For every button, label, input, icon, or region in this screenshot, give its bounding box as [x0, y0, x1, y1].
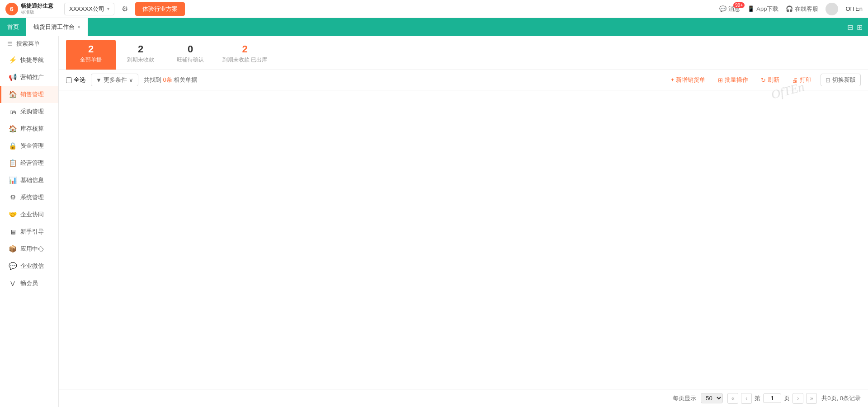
- sidebar-item-sales[interactable]: 🏠 销售管理: [0, 86, 58, 103]
- table-area: [59, 90, 868, 389]
- message-icon: 💬: [719, 5, 726, 12]
- add-sales-order-button[interactable]: + 新增销货单: [667, 74, 709, 86]
- found-text: 共找到 0条 相关单据: [144, 76, 197, 84]
- last-page-button[interactable]: »: [806, 393, 817, 404]
- message-button[interactable]: 💬 消息 99+: [719, 5, 740, 13]
- company-selector[interactable]: XXXXXX公司 ▾: [64, 3, 114, 15]
- cooperation-icon: 🤝: [9, 211, 17, 219]
- tab-work-bench[interactable]: 钱货日清工作台 ×: [26, 18, 88, 36]
- switch-version-button[interactable]: ⊡ 切换新版: [821, 74, 861, 86]
- inventory-icon: 🏠: [9, 125, 17, 133]
- stat-overdue-shipped-number: 2: [222, 43, 267, 55]
- sales-icon: 🏠: [9, 90, 17, 98]
- prev-page-button[interactable]: ‹: [741, 393, 752, 404]
- filter-label: 更多条件: [104, 76, 127, 84]
- tab-home[interactable]: 首页: [0, 18, 26, 36]
- guide-icon: 🖥: [9, 228, 17, 236]
- sidebar-item-label: 库存核算: [20, 125, 44, 133]
- first-page-button[interactable]: «: [727, 393, 738, 404]
- switch-label: 切换新版: [832, 76, 856, 84]
- batch-icon: ⊞: [718, 77, 723, 84]
- stat-all-number: 2: [73, 43, 108, 55]
- stat-overdue-shipped-label: 到期未收款 已出库: [222, 56, 267, 64]
- stat-pending-number: 0: [173, 43, 208, 55]
- online-service-button[interactable]: 🎧 在线客服: [786, 5, 818, 13]
- sidebar-item-label: 新手引导: [20, 228, 44, 236]
- sidebar-item-label: 畅会员: [20, 279, 38, 287]
- stat-overdue-label: 到期未收款: [123, 56, 158, 64]
- stat-tab-pending[interactable]: 0 旺辅待确认: [165, 40, 215, 70]
- refresh-button[interactable]: ↻ 刷新: [757, 74, 783, 86]
- search-icon: ☰: [7, 41, 13, 47]
- close-tab-icon[interactable]: ×: [77, 24, 80, 30]
- user-name: OfTEn: [845, 5, 863, 12]
- stat-tab-all[interactable]: 2 全部单据: [66, 40, 116, 70]
- sidebar-item-app-center[interactable]: 📦 应用中心: [0, 240, 58, 257]
- main-layout: ☰ 搜索菜单 ⚡ 快捷导航 📢 营销推广 🏠 销售管理 🛍 采购管理 🏠 库存核…: [0, 36, 868, 407]
- refresh-icon: ↻: [761, 77, 766, 84]
- app-download-button[interactable]: 📱 App下载: [747, 5, 778, 13]
- select-all-checkbox-area[interactable]: 全选: [66, 76, 85, 84]
- home-tab-label: 首页: [7, 23, 19, 31]
- sidebar-item-marketing[interactable]: 📢 营销推广: [0, 69, 58, 86]
- marketing-icon: 📢: [9, 73, 17, 81]
- found-count: 0条: [163, 76, 172, 83]
- sidebar-item-guide[interactable]: 🖥 新手引导: [0, 223, 58, 240]
- switch-icon: ⊡: [826, 77, 830, 84]
- page-size-select[interactable]: 50: [701, 393, 723, 403]
- member-icon: V: [9, 280, 17, 287]
- page-suffix: 页: [784, 394, 790, 402]
- sidebar-item-finance[interactable]: 🔒 资金管理: [0, 137, 58, 154]
- sidebar-item-cooperation[interactable]: 🤝 企业协同: [0, 206, 58, 223]
- page-label: 第: [755, 394, 760, 402]
- content-area: 2 全部单据 2 到期未收款 0 旺辅待确认 2 到期未收款 已出库 全选: [59, 36, 868, 407]
- print-button[interactable]: 🖨 打印: [788, 74, 815, 86]
- filter-button[interactable]: ▼ 更多条件 ∨: [91, 74, 138, 86]
- trial-button[interactable]: 体验行业方案: [135, 2, 185, 16]
- stat-overdue-number: 2: [123, 43, 158, 55]
- operation-icon: 📋: [9, 159, 17, 167]
- search-menu-button[interactable]: ☰ 搜索菜单: [0, 36, 58, 51]
- next-page-button[interactable]: ›: [793, 393, 803, 404]
- sidebar-item-label: 应用中心: [20, 245, 44, 253]
- batch-label: 批量操作: [725, 76, 748, 84]
- sidebar-item-member[interactable]: V 畅会员: [0, 275, 58, 292]
- sidebar-item-label: 基础信息: [20, 176, 44, 184]
- sidebar-item-purchase[interactable]: 🛍 采购管理: [0, 103, 58, 120]
- batch-operation-button[interactable]: ⊞ 批量操作: [714, 74, 752, 86]
- finance-icon: 🔒: [9, 142, 17, 150]
- service-icon: 🎧: [786, 5, 793, 12]
- minimize-icon[interactable]: ⊟: [847, 23, 853, 32]
- logo-icon: 6: [5, 3, 18, 15]
- sidebar-item-label: 经营管理: [20, 159, 44, 167]
- select-all-checkbox[interactable]: [66, 77, 72, 83]
- sidebar-item-system[interactable]: ⚙ 系统管理: [0, 189, 58, 206]
- sidebar-item-inventory[interactable]: 🏠 库存核算: [0, 120, 58, 137]
- online-service-label: 在线客服: [795, 5, 818, 13]
- maximize-icon[interactable]: ⊞: [857, 23, 863, 32]
- pagination: « ‹ 第 页 › »: [727, 393, 817, 404]
- footer: 每页显示 50 « ‹ 第 页 › » 共0页, 0条记录: [59, 389, 868, 407]
- avatar[interactable]: [826, 3, 838, 15]
- sidebar-item-wechat[interactable]: 💬 企业微信: [0, 257, 58, 275]
- print-icon: 🖨: [792, 77, 798, 84]
- app-center-icon: 📦: [9, 245, 17, 253]
- stat-tab-overdue-shipped[interactable]: 2 到期未收款 已出库: [215, 40, 274, 70]
- related-text: 相关单据: [174, 76, 197, 83]
- sidebar-item-label: 采购管理: [20, 108, 44, 116]
- page-size-label: 每页显示: [673, 394, 696, 402]
- base-info-icon: 📊: [9, 176, 17, 184]
- wechat-icon: 💬: [9, 262, 17, 270]
- logo-text: 畅捷通好生意 标准版: [21, 3, 53, 14]
- sidebar-item-label: 企业协同: [20, 211, 44, 219]
- sidebar-item-label: 销售管理: [20, 90, 44, 98]
- stat-tab-overdue[interactable]: 2 到期未收款: [116, 40, 165, 70]
- sidebar-item-label: 系统管理: [20, 193, 44, 201]
- sidebar-item-quick-nav[interactable]: ⚡ 快捷导航: [0, 51, 58, 69]
- settings-button[interactable]: ⚙: [118, 2, 132, 16]
- page-number-input[interactable]: [763, 393, 781, 403]
- sidebar-item-label: 营销推广: [20, 73, 44, 81]
- sidebar-item-base-info[interactable]: 📊 基础信息: [0, 172, 58, 189]
- sidebar-item-operation[interactable]: 📋 经营管理: [0, 154, 58, 172]
- sidebar-item-label: 快捷导航: [20, 56, 44, 64]
